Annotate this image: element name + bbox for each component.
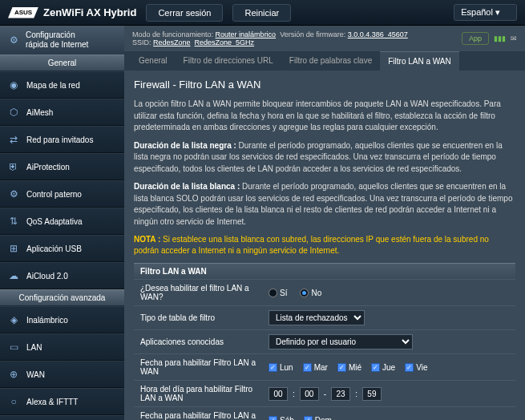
nav-icon: ○ [6, 394, 21, 409]
nav-label: WAN [26, 370, 45, 379]
nav-icon: ⇅ [6, 214, 21, 228]
nav-icon: ◈ [6, 313, 21, 327]
nav-item-aiprotection[interactable]: ⛨AiProtection [0, 153, 124, 180]
description-3: Duración de la lista blanca : Durante el… [134, 181, 515, 228]
sidebar: ⚙ Configuraciónrápida de Internet Genera… [0, 26, 124, 420]
nav-icon: ⇄ [6, 132, 21, 147]
nav-icon: ⊕ [6, 367, 21, 382]
nav-item-mapa-de-la-red[interactable]: ◉Mapa de la red [0, 71, 124, 99]
description-2: Duración de la lista negra : Durante el … [134, 140, 515, 176]
tabs: GeneralFiltro de direcciones URLFiltro d… [124, 51, 525, 71]
nav-item-ipv6[interactable]: ▦IPv6 [0, 415, 124, 420]
enable-label: ¿Desea habilitar el filtro LAN a WAN? [140, 284, 269, 301]
nav-label: AiCloud 2.0 [26, 272, 68, 281]
nav-icon: ⛨ [6, 160, 21, 174]
nav-label: AiMesh [26, 108, 53, 117]
app-badge[interactable]: App [462, 32, 489, 45]
date1-label: Fecha para habilitar Filtro LAN a WAN [140, 358, 269, 376]
meta-bar: Modo de funcionamiento: Router inalámbri… [124, 26, 525, 51]
reboot-button[interactable]: Reiniciar [232, 4, 291, 22]
topbar: ASUS ZenWiFi AX Hybrid Cerrar sesión Rei… [0, 0, 525, 26]
nav-icon: ☁ [6, 269, 21, 283]
time-input[interactable] [269, 387, 288, 401]
nav-icon: ⬡ [6, 105, 21, 119]
tab[interactable]: Filtro de direcciones URL [176, 51, 281, 71]
panel-header-filter: Filtro LAN a WAN [134, 263, 515, 279]
day-checkbox[interactable]: ✓Mar [303, 363, 328, 372]
nav-label: LAN [26, 343, 42, 352]
brand-logo: ASUS [8, 7, 38, 18]
mode-link[interactable]: Router inalámbrico [216, 30, 277, 38]
mail-icon[interactable]: ✉ [511, 34, 517, 42]
nav-item-aicloud-2-0[interactable]: ☁AiCloud 2.0 [0, 262, 124, 289]
signal-icon: ▮▮▮ [494, 34, 506, 42]
nav-label: Aplicación USB [26, 244, 82, 253]
gear-icon: ⚙ [6, 33, 21, 47]
logout-button[interactable]: Cerrar sesión [146, 4, 223, 22]
known-apps-label: Aplicaciones conocidas [140, 337, 269, 346]
time-input[interactable] [331, 387, 350, 401]
nav-item-inal-mbrico[interactable]: ◈Inalámbrico [0, 306, 124, 333]
known-apps-select[interactable]: Definido por el usuario [269, 334, 413, 349]
description-1: La opción filtro LAN a WAN permite bloqu… [134, 99, 515, 134]
time-input[interactable] [362, 387, 382, 401]
nav-item-alexa-ifttt[interactable]: ○Alexa & IFTTT [0, 388, 124, 415]
section-advanced: Configuración avanzada [0, 289, 124, 306]
nav-item-lan[interactable]: ▭LAN [0, 333, 124, 361]
nav-label: Alexa & IFTTT [26, 398, 78, 406]
radio-no[interactable]: No [300, 289, 321, 297]
nav-icon: ⊞ [6, 241, 21, 256]
ssid-link-1[interactable]: RedesZone [153, 38, 191, 46]
language-select[interactable]: Español ▾ [454, 4, 517, 21]
nav-icon: ◉ [6, 78, 21, 92]
nav-label: AiProtection [26, 163, 70, 172]
nav-label: Red para invitados [26, 135, 93, 144]
firmware-link[interactable]: 3.0.0.4.386_45607 [348, 30, 408, 38]
day-checkbox[interactable]: ✓Dom [304, 416, 332, 421]
nav-item-control-paterno[interactable]: ⚙Control paterno [0, 180, 124, 208]
day-checkbox[interactable]: ✓Vie [405, 363, 427, 372]
table-type-select[interactable]: Lista de rechazados [269, 310, 365, 325]
table-type-label: Tipo de tabla de filtro [140, 313, 269, 322]
tab[interactable]: General [131, 51, 176, 71]
radio-yes[interactable]: Sí [269, 289, 287, 297]
nav-label: Mapa de la red [26, 81, 80, 90]
model-name: ZenWiFi AX Hybrid [43, 6, 136, 18]
nav-label: QoS Adaptativa [26, 217, 83, 226]
day-checkbox[interactable]: ✓Mié [337, 363, 361, 372]
nav-item-aplicaci-n-usb[interactable]: ⊞Aplicación USB [0, 235, 124, 262]
time-input[interactable] [300, 387, 319, 401]
day-checkbox[interactable]: ✓Sáb [269, 416, 294, 421]
nav-label: Control paterno [26, 190, 82, 199]
tab[interactable]: Filtro LAN a WAN [380, 51, 459, 71]
nav-icon: ▭ [6, 340, 21, 354]
note-text: NOTA : Si establece una lista blanca con… [134, 234, 515, 256]
nav-item-aimesh[interactable]: ⬡AiMesh [0, 99, 124, 126]
day-checkbox[interactable]: ✓Jue [371, 363, 395, 372]
day-checkbox[interactable]: ✓Lun [269, 363, 293, 372]
section-general: General [0, 55, 124, 71]
tab[interactable]: Filtro de palabras clave [281, 51, 380, 71]
nav-item-wan[interactable]: ⊕WAN [0, 361, 124, 388]
nav-item-qos-adaptativa[interactable]: ⇅QoS Adaptativa [0, 208, 124, 235]
nav-icon: ⚙ [6, 187, 21, 201]
brand: ASUS ZenWiFi AX Hybrid [8, 6, 136, 18]
time1-label: Hora del día para habilitar Filtro LAN a… [140, 385, 269, 402]
quick-setup-button[interactable]: ⚙ Configuraciónrápida de Internet [0, 26, 124, 55]
main-content: Modo de funcionamiento: Router inalámbri… [124, 26, 525, 420]
page-title: Firewall - Filtro LAN a WAN [134, 79, 515, 91]
date2-label: Fecha para habilitar Filtro LAN a WAN [140, 411, 269, 420]
ssid-link-2[interactable]: RedesZone_5GHz [195, 38, 255, 46]
nav-item-red-para-invitados[interactable]: ⇄Red para invitados [0, 126, 124, 153]
nav-label: Inalámbrico [26, 316, 68, 325]
